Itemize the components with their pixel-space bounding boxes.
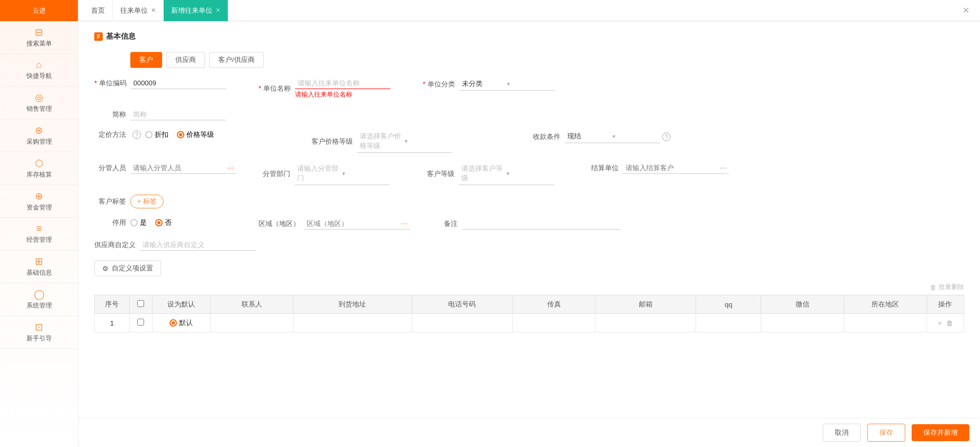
disabled-radio-group: 是 否 <box>130 218 172 227</box>
window-close-button[interactable]: ✕ <box>957 5 975 15</box>
manager-label: 分管人员 <box>94 163 126 173</box>
supplier-custom-row: 供应商自定义 <box>94 239 964 251</box>
payment-terms-select[interactable]: 现结 ▾ <box>565 130 660 143</box>
save-new-button[interactable]: 保存并新增 <box>912 424 969 441</box>
chevron-down-icon: ▾ <box>612 133 657 140</box>
unit-category-value: 未分类 <box>462 79 507 89</box>
td-email[interactable] <box>595 314 696 332</box>
select-all-checkbox[interactable] <box>137 300 144 307</box>
tab-new-partner[interactable]: 新增往来单位 ✕ <box>164 0 228 21</box>
unit-btn-both[interactable]: 客户/供应商 <box>209 52 264 68</box>
disabled-region-row: 停用 是 否 区域（地区） ··· <box>94 218 964 230</box>
sidebar-item-basic-info[interactable]: ⊞ 基础信息 <box>0 250 78 283</box>
td-wechat[interactable] <box>761 314 844 332</box>
email-input[interactable] <box>619 319 672 327</box>
th-contact: 联系人 <box>210 295 293 314</box>
unit-type-buttons: 客户 供应商 客户/供应商 <box>130 52 264 68</box>
sales-icon: ◎ <box>35 92 43 103</box>
save-button[interactable]: 保存 <box>867 424 905 442</box>
tab-new-partner-close[interactable]: ✕ <box>216 7 220 14</box>
customer-price-level-select[interactable]: 请选择客户价格等级 ▾ <box>357 130 452 153</box>
disabled-yes-radio[interactable]: 是 <box>130 218 147 227</box>
delete-row-icon[interactable]: 🗑 <box>946 319 953 327</box>
th-checkbox <box>129 295 153 314</box>
pricing-price-level-radio[interactable]: 价格等级 <box>177 130 214 139</box>
tab-partners-label: 往来单位 <box>120 6 148 15</box>
disabled-label: 停用 <box>94 218 126 227</box>
operations-icon: ≡ <box>36 223 42 234</box>
td-qq[interactable] <box>696 314 761 332</box>
settlement-unit-input-wrap: ··· <box>623 162 729 174</box>
trash-icon: 🗑 <box>930 284 937 291</box>
settlement-unit-input[interactable] <box>623 162 718 173</box>
sidebar-item-purchase[interactable]: ⊛ 采购管理 <box>0 119 78 152</box>
contact-input[interactable] <box>230 319 273 327</box>
sidebar-item-quick-nav[interactable]: ⌂ 快捷导航 <box>0 54 78 86</box>
default-radio[interactable]: 默认 <box>170 318 193 328</box>
disabled-no-radio[interactable]: 否 <box>155 218 172 227</box>
main-area: 首页 往来单位 ✕ 新增往来单位 ✕ ✕ F 基本信息 客户 供应商 客户/供应… <box>78 0 980 447</box>
pricing-discount-radio[interactable]: 折扣 <box>145 130 168 139</box>
sidebar-item-inventory[interactable]: ⬡ 库存核算 <box>0 152 78 185</box>
region-input[interactable] <box>304 218 399 229</box>
sidebar-item-label: 经营管理 <box>26 235 52 244</box>
settlement-unit-more-btn[interactable]: ··· <box>718 163 729 173</box>
cancel-button[interactable]: 取消 <box>823 424 861 442</box>
td-contact[interactable] <box>210 314 293 332</box>
sidebar-item-operations[interactable]: ≡ 经营管理 <box>0 218 78 250</box>
no-label: 否 <box>165 218 172 227</box>
code-name-category-row: 单位编码 单位名称 请输入往来单位名称 单位分类 未分类 ▾ <box>94 77 964 99</box>
phone-input[interactable] <box>435 319 488 327</box>
add-tag-button[interactable]: + 标签 <box>130 195 164 208</box>
custom-settings-label: 自定义项设置 <box>112 264 153 273</box>
unit-name-input[interactable] <box>295 77 390 89</box>
tab-partners-close[interactable]: ✕ <box>151 7 156 14</box>
sidebar-item-guide[interactable]: ⊡ 新手引导 <box>0 316 78 349</box>
sidebar-item-label: 新手引导 <box>26 334 52 343</box>
add-row-icon[interactable]: + <box>938 319 942 327</box>
tab-home[interactable]: 首页 <box>84 0 113 21</box>
region-table-input[interactable] <box>864 319 906 327</box>
abbreviation-group: 简称 <box>94 109 243 120</box>
wechat-input[interactable] <box>781 319 824 327</box>
td-phone[interactable] <box>412 314 512 332</box>
payment-terms-help-icon[interactable]: ? <box>662 133 671 141</box>
tab-partners[interactable]: 往来单位 ✕ <box>113 0 164 21</box>
sidebar-item-search-menu[interactable]: ⊟ 搜索菜单 <box>0 21 78 54</box>
settlement-unit-label: 结算单位 <box>587 163 619 173</box>
qq-input[interactable] <box>712 319 744 327</box>
td-region[interactable] <box>844 314 926 332</box>
sidebar-logo: 云进 <box>0 0 78 21</box>
supplier-custom-input[interactable] <box>140 239 256 251</box>
customer-tag-label: 客户标签 <box>94 197 126 206</box>
unit-code-input[interactable] <box>131 77 226 89</box>
pricing-method-group: 定价方法 ? 折扣 价格等级 <box>94 130 296 139</box>
row-checkbox[interactable] <box>137 319 144 326</box>
finance-icon: ⊕ <box>35 190 43 202</box>
customer-level-select[interactable]: 请选择客户等级 ▾ <box>459 162 554 185</box>
manager-more-btn[interactable]: ··· <box>225 163 236 173</box>
department-select[interactable]: 请输入分管部门 ▾ <box>295 162 390 185</box>
unit-btn-supplier[interactable]: 供应商 <box>166 52 205 68</box>
unit-category-select[interactable]: 未分类 ▾ <box>459 77 555 91</box>
tab-new-partner-label: 新增往来单位 <box>171 6 212 15</box>
department-placeholder: 请输入分管部门 <box>297 164 342 183</box>
td-fax[interactable] <box>512 314 595 332</box>
custom-settings-button[interactable]: ⚙ 自定义项设置 <box>94 260 161 276</box>
fax-input[interactable] <box>533 319 575 327</box>
manager-input[interactable] <box>130 162 225 173</box>
batch-delete-label[interactable]: 批量删除 <box>939 283 964 292</box>
disabled-group: 停用 是 否 <box>94 218 243 227</box>
pricing-help-icon[interactable]: ? <box>132 130 141 139</box>
sidebar-item-system[interactable]: ◯ 系统管理 <box>0 283 78 316</box>
sidebar-item-finance[interactable]: ⊕ 资金管理 <box>0 185 78 218</box>
discount-label: 折扣 <box>155 130 168 139</box>
th-phone: 电话号码 <box>412 295 512 314</box>
region-more-btn[interactable]: ··· <box>399 219 410 229</box>
sidebar-item-sales[interactable]: ◎ 销售管理 <box>0 86 78 119</box>
td-address[interactable] <box>293 314 412 332</box>
address-input[interactable] <box>320 319 384 327</box>
abbreviation-input[interactable] <box>130 109 226 120</box>
remarks-input[interactable] <box>462 218 621 230</box>
unit-btn-customer[interactable]: 客户 <box>130 52 162 68</box>
